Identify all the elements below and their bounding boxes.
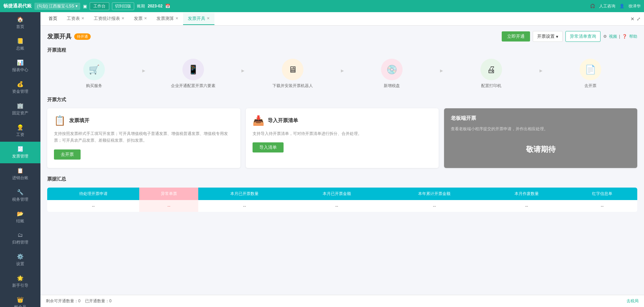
tab-home[interactable]: 首页: [44, 13, 62, 25]
sidebar-item-salary[interactable]: 👷 工资: [0, 120, 40, 142]
import-card-desc: 支持导入待开票清单，可对待开票清单进行拆分、合并处理。: [253, 130, 432, 137]
step-circle-1: 🛒: [83, 59, 105, 80]
method-section-title: 开票方式: [47, 97, 637, 103]
tab-close-invoice-issue[interactable]: ✕: [207, 16, 210, 21]
archive-icon: 🗂: [18, 232, 23, 238]
sidebar-item-invoice[interactable]: 🧾 发票管理: [0, 142, 40, 163]
step-circle-6: 📄: [580, 59, 601, 80]
tab-bar-actions: ✕ ⤢: [631, 16, 641, 22]
col-year-amount: 本年累计开票金额: [383, 188, 486, 200]
period-value: 2023-02: [148, 4, 163, 8]
step-label-5: 配置打印机: [481, 83, 501, 89]
cell-red-note: --: [567, 200, 637, 212]
remaining-quota-label: 剩余可开通数量：0: [46, 299, 81, 303]
flow-step-2: 📱 企业开通配置开票六要素: [147, 59, 240, 89]
step-label-1: 购买服务: [86, 83, 102, 89]
sidebar-item-guide[interactable]: 🌟 新手引导: [0, 271, 40, 292]
bottom-bar: 剩余可开通数量：0 已开通数量：0 去税局: [40, 295, 644, 307]
cell-void-count: --: [486, 200, 567, 212]
reports-icon: 📊: [17, 59, 24, 66]
company-selector[interactable]: (勾划) 江西服宝-LSS ▾: [34, 3, 80, 10]
tab-close-invoice[interactable]: ✕: [144, 16, 147, 21]
app-logo: 畅捷通易代账: [3, 3, 32, 9]
sidebar-item-funds[interactable]: 💰 资金管理: [0, 77, 40, 99]
assets-icon: 🏢: [17, 103, 24, 109]
view-label[interactable]: 视频: [609, 34, 617, 39]
go-issue-button[interactable]: 去开票: [54, 149, 81, 160]
abnormal-query-button[interactable]: 异常清单查询: [565, 31, 601, 42]
help-icon: ❓: [622, 34, 627, 39]
workbench-button[interactable]: 工作台: [90, 2, 109, 10]
tab-close-invoice-calc[interactable]: ✕: [175, 16, 178, 21]
tab-close-salary-report[interactable]: ✕: [121, 16, 124, 21]
step-label-3: 下载并安装开票机器人: [272, 83, 313, 89]
sidebar-label-member: 畅会员: [14, 304, 26, 307]
home-icon: 🏠: [17, 16, 24, 23]
sidebar-item-settings[interactable]: ⚙️ 设置: [0, 249, 40, 271]
step-arrow-3: ▸: [341, 67, 344, 81]
method-card-old: 老板端开票 查看老板端小程序提交的开票申请，并作出相应处理。 敬请期待: [444, 108, 637, 168]
sidebar: 🏠 首页 📒 总账 📊 报表中心 💰 资金管理 🏢 固定资产 👷 工资 🧾 发票…: [0, 12, 40, 307]
tab-invoice-calc[interactable]: 发票测算 ✕: [152, 13, 183, 25]
tab-close-all-button[interactable]: ✕: [631, 16, 635, 22]
salary-icon: 👷: [17, 124, 24, 131]
open-now-button[interactable]: 立即开通: [502, 31, 530, 41]
fill-card-icon: 📋: [54, 115, 66, 126]
flow-step-1: 🛒 购买服务: [47, 59, 141, 89]
sidebar-item-assets[interactable]: 🏢 固定资产: [0, 99, 40, 120]
user-service-label[interactable]: 人工咨询: [599, 3, 615, 9]
import-list-button[interactable]: 导入清单: [253, 142, 284, 152]
summary-section-title: 票据汇总: [47, 176, 637, 182]
flow-step-3: 🖥 下载并安装开票机器人: [246, 59, 340, 89]
col-red-note: 红字信息单: [567, 188, 637, 200]
sidebar-label-ledger: 总账: [16, 46, 24, 51]
step-circle-5: 🖨: [480, 59, 502, 80]
sidebar-label-funds: 资金管理: [12, 89, 28, 94]
method-card-import: 📥 导入开票清单 支持导入待开票清单，可对待开票清单进行拆分、合并处理。 导入清…: [246, 108, 439, 168]
main-layout: 🏠 首页 📒 总账 📊 报表中心 💰 资金管理 🏢 固定资产 👷 工资 🧾 发票…: [0, 12, 644, 307]
cell-year-amount: --: [383, 200, 486, 212]
sidebar-item-ledger[interactable]: 📒 总账: [0, 34, 40, 55]
bottom-bar-left: 剩余可开通数量：0 已开通数量：0: [46, 298, 112, 304]
old-card-title: 老板端开票: [451, 115, 631, 121]
sidebar-item-archive[interactable]: 🗂 归档管理: [0, 228, 40, 249]
period-label: 账期: [137, 3, 145, 9]
sidebar-label-archive: 归档管理: [12, 240, 28, 245]
col-abnormal: 异常单票: [139, 188, 198, 200]
tab-salary-sheet[interactable]: 工资表 ✕: [62, 13, 89, 25]
sidebar-item-closing[interactable]: 📂 结账: [0, 206, 40, 228]
sidebar-item-purchase[interactable]: 📋 进销台账: [0, 163, 40, 185]
open-settings-button[interactable]: 开票设置 ▾: [533, 31, 563, 42]
user-avatar-icon: 👤: [619, 4, 624, 8]
sidebar-item-tax[interactable]: 🔧 税务管理: [0, 185, 40, 206]
help-label[interactable]: 帮助: [629, 34, 637, 39]
view-icon: ⚙: [603, 34, 607, 39]
tab-restore-button[interactable]: ⤢: [637, 16, 641, 22]
tab-close-salary-sheet[interactable]: ✕: [81, 16, 84, 21]
tab-invoice[interactable]: 发票 ✕: [129, 13, 152, 25]
tab-invoice-issue[interactable]: 发票开具 ✕: [183, 13, 214, 25]
switch-old-button[interactable]: 切到旧版: [112, 2, 134, 10]
sidebar-item-home[interactable]: 🏠 首页: [0, 12, 40, 34]
goto-tax-link[interactable]: 去税局: [626, 298, 639, 304]
page-title-area: 发票开具 待开通: [47, 32, 91, 40]
tax-icon: 🔧: [17, 189, 24, 195]
top-bar-right: 🎧 人工咨询 👤 徐泽华: [590, 3, 641, 9]
sidebar-label-closing: 结账: [16, 218, 24, 224]
table-row: -- -- -- -- -- -- --: [47, 200, 637, 212]
col-month-amount: 本月已开票金额: [291, 188, 383, 200]
sidebar-label-assets: 固定资产: [12, 110, 28, 116]
import-card-icon: 📥: [253, 115, 264, 126]
user-service-icon: 🎧: [590, 4, 595, 8]
closing-icon: 📂: [17, 211, 24, 217]
flow-step-4: 💿 新增税盘: [345, 59, 439, 89]
settings-icon: ⚙️: [17, 253, 24, 260]
user-name[interactable]: 徐泽华: [628, 3, 641, 9]
guide-icon: 🌟: [17, 275, 24, 281]
flow-section-title: 开票流程: [47, 47, 637, 53]
funds-icon: 💰: [17, 81, 24, 87]
sidebar-item-member[interactable]: 👑 畅会员: [0, 292, 40, 307]
top-bar: 畅捷通易代账 (勾划) 江西服宝-LSS ▾ ▣ 工作台 切到旧版 账期 202…: [0, 0, 644, 12]
sidebar-item-reports[interactable]: 📊 报表中心: [0, 55, 40, 77]
tab-salary-report[interactable]: 工资统计报表 ✕: [89, 13, 129, 25]
